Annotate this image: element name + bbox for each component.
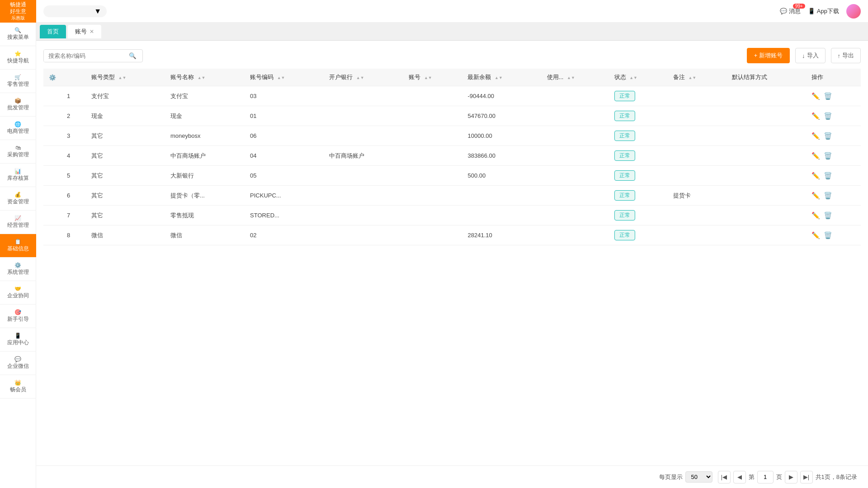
sort-type-icon[interactable]: ▲▼ bbox=[118, 75, 127, 80]
row-settings-4 bbox=[43, 166, 61, 186]
row-account-3 bbox=[403, 146, 462, 166]
row-code-7: 02 bbox=[245, 225, 324, 245]
top-search-bar[interactable]: ▼ bbox=[43, 5, 107, 17]
phone-icon: 📱 bbox=[808, 8, 815, 14]
delete-button-0[interactable]: 🗑️ bbox=[824, 92, 832, 100]
page-size-label: 每页显示 bbox=[659, 473, 683, 481]
sidebar-item-app-center[interactable]: 📱 应用中心 bbox=[0, 328, 36, 352]
sidebar-item-ecommerce-mgmt[interactable]: 🌐 电商管理 bbox=[0, 117, 36, 140]
delete-button-2[interactable]: 🗑️ bbox=[824, 132, 832, 140]
row-bank-5 bbox=[324, 186, 403, 206]
add-account-button[interactable]: + 新增账号 bbox=[747, 48, 790, 63]
last-page-button[interactable]: ▶| bbox=[800, 471, 813, 483]
edit-button-3[interactable]: ✏️ bbox=[811, 152, 820, 160]
sidebar-item-system-mgmt[interactable]: ⚙️ 系统管理 bbox=[0, 258, 36, 281]
edit-button-0[interactable]: ✏️ bbox=[811, 92, 820, 100]
top-search-input[interactable] bbox=[49, 8, 94, 14]
status-badge: 正常 bbox=[614, 170, 635, 181]
row-balance-1: 547670.00 bbox=[462, 106, 541, 126]
tab-accounts[interactable]: 账号 ✕ bbox=[68, 25, 101, 38]
settings-icon[interactable]: ⚙️ bbox=[49, 74, 56, 81]
row-status-7: 正常 bbox=[609, 225, 668, 245]
row-bank-4 bbox=[324, 166, 403, 186]
row-status-1: 正常 bbox=[609, 106, 668, 126]
sort-usage-icon[interactable]: ▲▼ bbox=[567, 75, 575, 80]
sidebar-item-basic-info[interactable]: 📋 基础信息 bbox=[0, 234, 36, 258]
edit-button-1[interactable]: ✏️ bbox=[811, 112, 820, 120]
row-default-settle-1 bbox=[726, 106, 806, 126]
tab-accounts-close-icon[interactable]: ✕ bbox=[90, 28, 94, 35]
row-name-7: 微信 bbox=[165, 225, 245, 245]
sidebar-item-purchase-mgmt[interactable]: 🛍 采购管理 bbox=[0, 140, 36, 164]
sidebar-item-quick-nav[interactable]: ⭐ 快捷导航 bbox=[0, 46, 36, 70]
row-action-4: ✏️ 🗑️ bbox=[806, 166, 861, 186]
sidebar-item-search[interactable]: 🔍 搜索菜单 bbox=[0, 23, 36, 46]
row-balance-4: 500.00 bbox=[462, 166, 541, 186]
edit-button-6[interactable]: ✏️ bbox=[811, 211, 820, 220]
first-page-button[interactable]: |◀ bbox=[718, 471, 731, 483]
page-size-dropdown[interactable]: 50 100 200 bbox=[685, 471, 712, 483]
delete-button-1[interactable]: 🗑️ bbox=[824, 112, 832, 120]
row-balance-6 bbox=[462, 206, 541, 225]
row-code-2: 06 bbox=[245, 126, 324, 146]
sidebar-item-enterprise-wechat[interactable]: 💬 企业微信 bbox=[0, 352, 36, 375]
delete-button-6[interactable]: 🗑️ bbox=[824, 211, 832, 220]
next-page-button[interactable]: ▶ bbox=[785, 471, 797, 483]
toolbar-right: + 新增账号 ↓ 导入 ↑ 导出 bbox=[747, 48, 861, 63]
sort-name-icon[interactable]: ▲▼ bbox=[198, 75, 206, 80]
delete-button-4[interactable]: 🗑️ bbox=[824, 172, 832, 180]
sidebar-item-retail-label: 零售管理 bbox=[2, 80, 34, 88]
row-remark-0 bbox=[668, 86, 726, 106]
export-button[interactable]: ↑ 导出 bbox=[831, 48, 861, 63]
sidebar-item-guide-label: 新手引导 bbox=[2, 315, 34, 323]
delete-button-5[interactable]: 🗑️ bbox=[824, 192, 832, 200]
guide-icon: 🎯 bbox=[2, 309, 34, 315]
sidebar-item-ecommerce-label: 电商管理 bbox=[2, 127, 34, 135]
row-status-6: 正常 bbox=[609, 206, 668, 225]
sidebar-item-finance-mgmt[interactable]: 💰 资金管理 bbox=[0, 187, 36, 211]
row-account-2 bbox=[403, 126, 462, 146]
sort-bank-icon[interactable]: ▲▼ bbox=[356, 75, 364, 80]
row-remark-3 bbox=[668, 146, 726, 166]
message-button[interactable]: 💬 消息 99+ bbox=[780, 7, 801, 15]
sort-balance-icon[interactable]: ▲▼ bbox=[495, 75, 503, 80]
sidebar-item-getting-started[interactable]: 🎯 新手引导 bbox=[0, 305, 36, 328]
prev-page-button[interactable]: ◀ bbox=[733, 471, 746, 483]
search-button[interactable]: 🔍 bbox=[125, 50, 140, 62]
tab-home[interactable]: 首页 bbox=[40, 25, 66, 38]
edit-button-4[interactable]: ✏️ bbox=[811, 172, 820, 180]
edit-button-5[interactable]: ✏️ bbox=[811, 192, 820, 200]
sidebar-item-inventory-check[interactable]: 📊 库存核算 bbox=[0, 164, 36, 187]
edit-button-2[interactable]: ✏️ bbox=[811, 132, 820, 140]
search-bar[interactable]: 🔍 bbox=[43, 49, 143, 62]
row-type-1: 现金 bbox=[86, 106, 165, 126]
delete-button-7[interactable]: 🗑️ bbox=[824, 231, 832, 239]
sidebar-item-operations-mgmt[interactable]: 📈 经营管理 bbox=[0, 211, 36, 234]
delete-button-3[interactable]: 🗑️ bbox=[824, 152, 832, 160]
table-row: 8 微信 微信 02 28241.10 正常 ✏️ 🗑️ bbox=[43, 225, 861, 245]
edit-button-7[interactable]: ✏️ bbox=[811, 231, 820, 239]
sidebar-item-retail-mgmt[interactable]: 🛒 零售管理 bbox=[0, 70, 36, 93]
col-code: 账号编码 ▲▼ bbox=[245, 69, 324, 86]
search-input[interactable] bbox=[44, 50, 125, 62]
toolbar: 🔍 + 新增账号 ↓ 导入 ↑ 导出 bbox=[43, 48, 861, 63]
sort-account-icon[interactable]: ▲▼ bbox=[424, 75, 432, 80]
status-badge: 正常 bbox=[614, 111, 635, 121]
page-number-input[interactable] bbox=[757, 471, 774, 483]
sort-remark-icon[interactable]: ▲▼ bbox=[688, 75, 696, 80]
avatar[interactable] bbox=[846, 4, 861, 19]
import-button[interactable]: ↓ 导入 bbox=[795, 48, 826, 63]
sidebar-item-app-center-label: 应用中心 bbox=[2, 339, 34, 347]
sidebar-item-wholesale-mgmt[interactable]: 📦 批发管理 bbox=[0, 93, 36, 117]
app-download-button[interactable]: 📱 App下载 bbox=[808, 7, 839, 15]
sidebar-item-vip-member[interactable]: 👑 畅会员 bbox=[0, 375, 36, 399]
table-row: 4 其它 中百商场账户 04 中百商场账户 383866.00 正常 ✏️ 🗑️ bbox=[43, 146, 861, 166]
sidebar-item-inventory-label: 库存核算 bbox=[2, 174, 34, 182]
sort-code-icon[interactable]: ▲▼ bbox=[277, 75, 285, 80]
sidebar-item-enterprise-agreement[interactable]: 🤝 企业协同 bbox=[0, 281, 36, 305]
import-label: 导入 bbox=[807, 52, 819, 60]
sort-status-icon[interactable]: ▲▼ bbox=[629, 75, 637, 80]
row-type-0: 支付宝 bbox=[86, 86, 165, 106]
table-row: 5 其它 大新银行 05 500.00 正常 ✏️ 🗑️ bbox=[43, 166, 861, 186]
row-account-5 bbox=[403, 186, 462, 206]
